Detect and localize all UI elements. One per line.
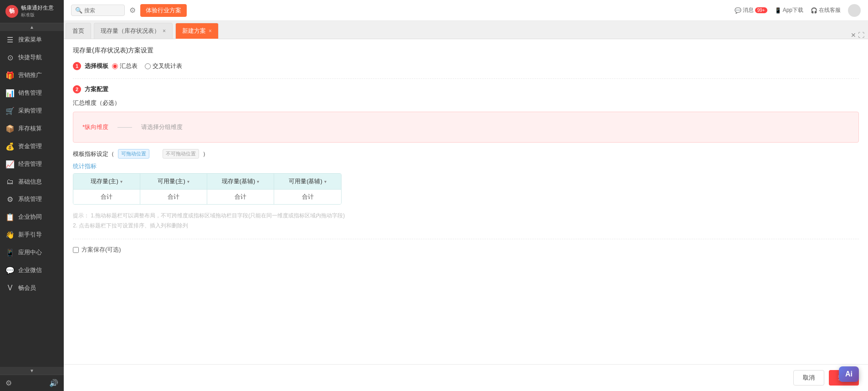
- dim-arrow: ——: [117, 123, 132, 131]
- col-sub-1: 合计: [140, 189, 207, 204]
- search-box[interactable]: 🔍: [71, 5, 125, 16]
- expand-panel-button[interactable]: ⛶: [858, 31, 864, 39]
- sidebar-item-app-center[interactable]: 📱 应用中心: [0, 244, 64, 262]
- audio-icon[interactable]: 🔊: [49, 379, 58, 387]
- step1-section: 1 选择模板 汇总表 交叉统计表: [73, 62, 859, 70]
- col-header-1[interactable]: 可用量(主) ▾: [140, 174, 207, 189]
- system-icon: ⚙: [5, 195, 15, 204]
- non-draggable-badge: 不可拖动位置: [163, 149, 199, 159]
- sidebar-item-purchase[interactable]: 🛒 采购管理: [0, 102, 64, 120]
- step1-number: 1: [73, 62, 81, 70]
- tab-new-scheme[interactable]: 新建方案 ×: [175, 23, 219, 39]
- avatar[interactable]: [848, 4, 861, 17]
- step2-title: 方案配置: [85, 85, 108, 93]
- sidebar-item-label: 营销推广: [18, 71, 42, 79]
- close-panel-button[interactable]: ✕: [851, 31, 856, 39]
- content-inner: 现存量(库存状况表)方案设置 1 选择模板 汇总表 交叉统计表: [64, 39, 868, 391]
- sidebar-item-basic-info[interactable]: 🗂 基础信息: [0, 173, 64, 190]
- sidebar-item-wechat[interactable]: 💬 企业微信: [0, 262, 64, 279]
- col-header-3[interactable]: 可用量(基辅) ▾: [274, 174, 341, 189]
- step2-header: 2 方案配置: [73, 85, 859, 93]
- sidebar-scroll-down[interactable]: ▼: [0, 367, 64, 375]
- sidebar-item-marketing[interactable]: 🎁 营销推广: [0, 67, 64, 84]
- sidebar-item-label: 企业协同: [18, 213, 42, 221]
- radio-summary-input[interactable]: [112, 63, 118, 69]
- app-version: 标准版: [21, 12, 54, 18]
- tip-1: 提示： 1.拖动标题栏可以调整布局，不可跨维度或指标区域拖动栏目字段(只能在同一…: [73, 211, 859, 221]
- radio-cross[interactable]: 交叉统计表: [145, 62, 182, 70]
- ai-float-button[interactable]: Ai: [839, 366, 859, 382]
- radio-cross-label: 交叉统计表: [153, 62, 182, 70]
- tab-inventory[interactable]: 现存量（库存状况表） ×: [94, 23, 173, 39]
- tab-home[interactable]: 首页: [66, 23, 91, 39]
- sidebar-item-finance[interactable]: 💰 资金管理: [0, 138, 64, 155]
- dimension-area[interactable]: *纵向维度 —— 请选择分组维度: [73, 112, 859, 143]
- cancel-button[interactable]: 取消: [793, 370, 824, 386]
- main-area: 🔍 ⚙ 体验行业方案 💬 消息 99+ 📱 App下载 🎧 在线客服: [64, 0, 868, 391]
- sidebar-item-inventory[interactable]: 📦 库存核算: [0, 120, 64, 138]
- sidebar-item-label: 系统管理: [18, 195, 42, 203]
- online-service-badge[interactable]: 🎧 在线客服: [811, 6, 841, 14]
- page-title: 现存量(库存状况表)方案设置: [73, 46, 859, 55]
- col-label-2: 现存量(基辅): [222, 177, 255, 185]
- stats-table: 现存量(主) ▾ 可用量(主) ▾ 现存量(基辅) ▾: [73, 173, 342, 205]
- indicator-close: ）: [203, 150, 209, 158]
- app-download-badge[interactable]: 📱 App下载: [775, 6, 803, 14]
- trial-button[interactable]: 体验行业方案: [140, 4, 187, 17]
- message-count: 99+: [755, 7, 767, 13]
- step2-number: 2: [73, 85, 81, 93]
- tab-label: 新建方案: [182, 27, 206, 35]
- search-input[interactable]: [84, 7, 121, 14]
- sidebar-item-label: 经营管理: [18, 160, 42, 168]
- save-checkbox[interactable]: [73, 247, 79, 253]
- basic-info-icon: 🗂: [5, 178, 15, 186]
- sidebar-scroll-up[interactable]: ▲: [0, 23, 64, 31]
- stats-section-title: 统计指标: [73, 162, 859, 170]
- sidebar-item-label: 库存核算: [18, 124, 42, 133]
- operations-icon: 📈: [5, 160, 15, 169]
- sidebar-item-label: 采购管理: [18, 107, 42, 115]
- quick-nav-icon: ⊙: [5, 53, 15, 62]
- sidebar-item-sales[interactable]: 📊 销售管理: [0, 84, 64, 102]
- step1-title: 选择模板: [85, 62, 108, 70]
- col-header-0[interactable]: 现存量(主) ▾: [73, 174, 140, 189]
- tab-close-icon[interactable]: ×: [163, 28, 166, 34]
- col-sub-0: 合计: [73, 189, 140, 204]
- sidebar-item-new-guide[interactable]: 👋 新手引导: [0, 226, 64, 244]
- step1-header: 1 选择模板 汇总表 交叉统计表: [73, 62, 859, 70]
- app-download-icon: 📱: [775, 7, 781, 14]
- tab-close-icon[interactable]: ×: [209, 28, 212, 34]
- radio-summary[interactable]: 汇总表: [112, 62, 138, 70]
- gear-icon[interactable]: ⚙: [129, 6, 136, 15]
- purchase-icon: 🛒: [5, 107, 15, 115]
- divider2: [73, 239, 859, 239]
- sidebar-item-operations[interactable]: 📈 经营管理: [0, 155, 64, 173]
- sidebar-item-label: 销售管理: [18, 89, 42, 97]
- tips-section: 提示： 1.拖动标题栏可以调整布局，不可跨维度或指标区域拖动栏目字段(只能在同一…: [73, 211, 859, 231]
- app-name: 畅康通好生意: [21, 5, 54, 12]
- col-header-2[interactable]: 现存量(基辅) ▾: [207, 174, 274, 189]
- sidebar-item-system[interactable]: ⚙ 系统管理: [0, 190, 64, 208]
- radio-cross-input[interactable]: [145, 63, 151, 69]
- col-sub-3: 合计: [274, 189, 341, 204]
- headset-icon: 🎧: [811, 7, 817, 14]
- divider1: [73, 78, 859, 79]
- sidebar-logo: 畅 畅康通好生意 标准版: [0, 0, 64, 23]
- sidebar-item-membership[interactable]: V 畅会员: [0, 279, 64, 297]
- sidebar-item-enterprise[interactable]: 📋 企业协同: [0, 208, 64, 226]
- message-badge[interactable]: 💬 消息 99+: [735, 6, 767, 14]
- sidebar-item-quick-nav[interactable]: ⊙ 快捷导航: [0, 49, 64, 67]
- sidebar-item-label: 搜索菜单: [18, 36, 42, 44]
- chevron-down-icon-2: ▾: [257, 179, 259, 184]
- finance-icon: 💰: [5, 142, 15, 151]
- sidebar-item-label: 新手引导: [18, 231, 42, 239]
- membership-icon: V: [5, 284, 15, 292]
- stats-table-header: 现存量(主) ▾ 可用量(主) ▾ 现存量(基辅) ▾: [73, 174, 341, 189]
- settings-icon[interactable]: ⚙: [5, 379, 12, 387]
- sidebar-bottom: ⚙ 🔊: [0, 375, 64, 391]
- online-service-label: 在线客服: [819, 6, 841, 14]
- sidebar-item-label: 畅会员: [18, 284, 36, 292]
- stats-section: 统计指标 现存量(主) ▾ 可用量(主) ▾: [73, 162, 859, 205]
- content-area: 现存量(库存状况表)方案设置 1 选择模板 汇总表 交叉统计表: [64, 39, 868, 391]
- sidebar-item-search-menu[interactable]: ☰ 搜索菜单: [0, 31, 64, 49]
